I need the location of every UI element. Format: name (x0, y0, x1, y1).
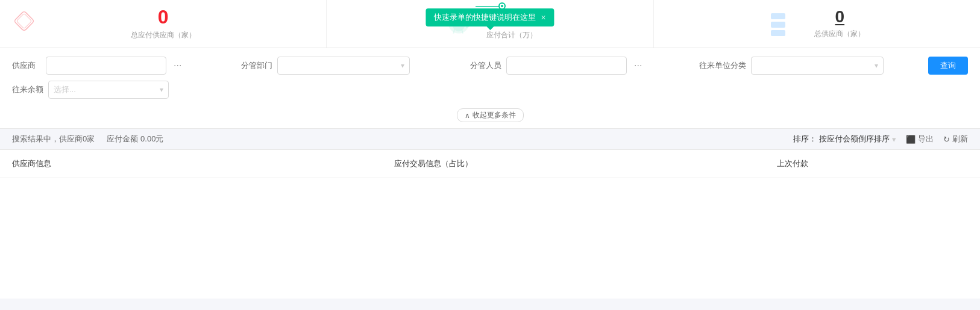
tooltip-close-btn[interactable]: × (541, 13, 545, 22)
supplier-label: 供应商 (12, 60, 41, 71)
svg-rect-5 (771, 13, 785, 19)
person-dots[interactable]: ··· (634, 60, 642, 71)
col-supplier-info: 供应商信息 (12, 158, 394, 169)
sort-value: 按应付会额倒序排序 (819, 134, 890, 144)
unit-category-label: 往来单位分类 (699, 60, 746, 71)
filter-section: 供应商 ··· 分管部门 ▾ 分管人员 ··· 往来单位分类 ▾ (0, 48, 980, 129)
sort-chevron-icon: ▾ (892, 135, 896, 144)
department-label: 分管部门 (241, 60, 272, 71)
result-bar: 搜索结果中，供应商0家 应付金额 0.00元 排序： 按应付会额倒序排序 ▾ ⬛… (0, 129, 980, 150)
table-header: 供应商信息 应付交易信息（占比） 上次付款 (0, 150, 980, 178)
tooltip-banner: 快速录单的快捷键说明在这里 × (426, 8, 554, 26)
balance-chevron-icon: ▾ (160, 85, 163, 94)
person-label: 分管人员 (470, 60, 501, 71)
export-button[interactable]: ⬛ 导出 (906, 134, 934, 144)
sort-label: 排序： (793, 134, 817, 144)
stat3-label: 总供应商（家） (814, 29, 865, 39)
filter-unit-category: 往来单位分类 ▾ (699, 57, 916, 75)
balance-label: 往来余额 (12, 84, 43, 95)
filter-department: 分管部门 ▾ (241, 57, 458, 75)
collapse-up-icon: ∧ (465, 111, 470, 120)
result-text: 搜索结果中，供应商0家 (12, 134, 95, 143)
filter-balance: 往来余额 选择... ▾ (12, 81, 968, 99)
col-transaction: 应付交易信息（占比） (394, 158, 776, 169)
sort-select[interactable]: 排序： 按应付会额倒序排序 ▾ (793, 134, 896, 144)
collapse-button[interactable]: ∧ 收起更多条件 (457, 108, 524, 122)
tooltip-line (476, 6, 500, 7)
filter-person: 分管人员 ··· (470, 57, 687, 75)
collapse-button-label: 收起更多条件 (473, 110, 516, 120)
balance-placeholder: 选择... (54, 84, 76, 95)
filter-row-1: 供应商 ··· 分管部门 ▾ 分管人员 ··· 往来单位分类 ▾ (12, 57, 968, 75)
result-comma (97, 134, 105, 143)
stat2-label: 应付合计（万） (486, 30, 537, 40)
refresh-label: 刷新 (952, 134, 968, 144)
result-actions: 排序： 按应付会额倒序排序 ▾ ⬛ 导出 ↻ 刷新 (793, 134, 968, 144)
stat3-number: 0 (835, 8, 845, 25)
filter-supplier: 供应商 ··· (12, 57, 229, 75)
stat1-number: 0 (158, 7, 169, 26)
tooltip-dot (500, 4, 504, 8)
stat1-label: 总应付供应商（家） (131, 30, 196, 40)
department-chevron-icon: ▾ (401, 61, 404, 70)
col-last-payment: 上次付款 (777, 158, 968, 169)
unit-category-chevron-icon: ▾ (875, 61, 878, 70)
tooltip-text: 快速录单的快捷键说明在这里 (434, 12, 536, 23)
stat-total-suppliers-payable: 0 总应付供应商（家） (0, 0, 327, 48)
table-body (0, 178, 980, 299)
supplier-input[interactable] (46, 57, 166, 75)
filter-row-2: 往来余额 选择... ▾ (12, 81, 968, 99)
query-button[interactable]: 查询 (928, 57, 968, 75)
logo-icon (12, 9, 36, 35)
result-summary: 搜索结果中，供应商0家 应付金额 0.00元 (12, 134, 163, 144)
refresh-button[interactable]: ↻ 刷新 (943, 134, 968, 144)
stat-total-suppliers: 0 总供应商（家） (654, 0, 980, 48)
export-label: 导出 (918, 134, 934, 144)
svg-rect-6 (771, 22, 785, 28)
unit-category-select[interactable]: ▾ (751, 57, 884, 75)
tooltip-banner-wrap: 快速录单的快捷键说明在这里 × (476, 4, 504, 8)
refresh-icon: ↻ (943, 135, 950, 144)
result-amount: 应付金额 0.00元 (107, 134, 163, 143)
export-icon: ⬛ (906, 135, 916, 144)
svg-rect-7 (771, 30, 785, 36)
ghost-icon (768, 11, 805, 37)
supplier-dots[interactable]: ··· (174, 60, 181, 71)
person-input[interactable] (506, 57, 627, 75)
department-select[interactable]: ▾ (277, 57, 410, 75)
balance-select[interactable]: 选择... ▾ (48, 81, 169, 99)
collapse-row: ∧ 收起更多条件 (12, 105, 968, 128)
tooltip-indicator (476, 4, 504, 8)
